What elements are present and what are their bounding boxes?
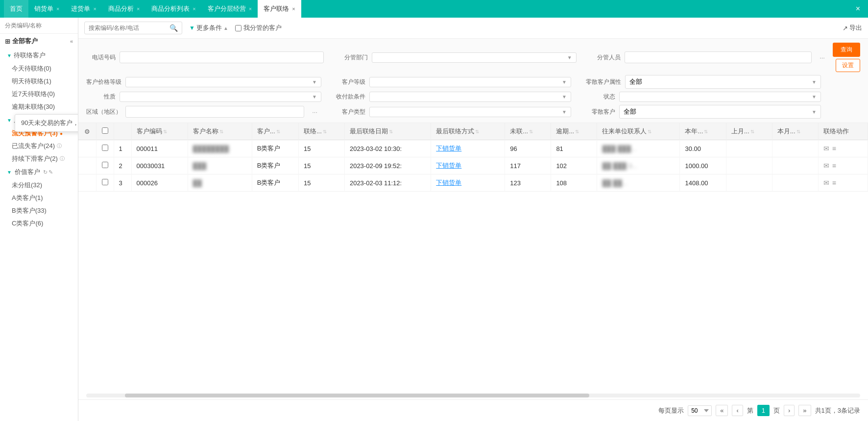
sidebar-item-unclassified[interactable]: 未分组(32)	[0, 179, 78, 192]
query-button[interactable]: 查询	[833, 43, 860, 57]
col-type[interactable]: 客户...⇅	[252, 123, 298, 140]
col-code[interactable]: 客户编码⇅	[131, 123, 188, 140]
more-actions-icon[interactable]: ≡	[832, 179, 836, 187]
col-unit-contact[interactable]: 往来单位联系人⇅	[597, 123, 680, 140]
my-customers-checkbox-label[interactable]: 我分管的客户	[235, 24, 282, 32]
col-name[interactable]: 客户名称⇅	[188, 123, 252, 140]
filter-region: 区域（地区） ···	[86, 106, 321, 118]
close-icon[interactable]: ×	[93, 6, 96, 12]
last-page-button[interactable]: »	[798, 405, 811, 416]
payment-select[interactable]: ▼	[369, 92, 571, 102]
col-overdue[interactable]: 逾期...⇅	[551, 123, 597, 140]
settings-button[interactable]: 设置	[836, 59, 860, 72]
nature-select[interactable]: ▼	[120, 92, 321, 102]
sidebar-group-pending[interactable]: ▼ 待联络客户	[0, 49, 78, 62]
scrollbar-thumb[interactable]	[125, 394, 589, 397]
sidebar-search-input[interactable]	[5, 22, 78, 29]
sidebar-item-lost[interactable]: 已流失客户(24) ⓘ	[0, 140, 78, 152]
current-page-button[interactable]: 1	[757, 405, 770, 416]
col-contact[interactable]: 联络...⇅	[298, 123, 344, 140]
region-input[interactable]	[125, 106, 304, 118]
sidebar-item-tomorrow[interactable]: 明天待联络(1)	[0, 75, 78, 88]
export-button[interactable]: ↗ 导出	[843, 24, 862, 32]
sort-icon: ⇅	[529, 129, 533, 134]
prev-page-button[interactable]: ‹	[732, 405, 743, 416]
sidebar-group-risk[interactable]: ▼ 风险客户 90天未交易的客户，可能有流失风险。	[0, 113, 78, 127]
customer-level-select[interactable]: ▼	[369, 77, 571, 87]
row-checkbox[interactable]	[96, 140, 114, 157]
main-search-input[interactable]	[89, 25, 169, 31]
price-level-select[interactable]: ▼	[125, 77, 321, 87]
row-uncontacted: 123	[505, 174, 551, 192]
row-this-month	[772, 140, 818, 157]
scattered-select[interactable]: 全部▼	[619, 105, 821, 119]
phone-input[interactable]	[120, 51, 324, 63]
row-checkbox[interactable]	[96, 174, 114, 192]
contact-icon[interactable]: ✉	[823, 162, 829, 170]
row-last-month	[726, 174, 772, 192]
edit-icon[interactable]: ✎	[48, 169, 53, 175]
tab-analysis[interactable]: 商品分析 ×	[102, 0, 145, 18]
col-last-contact-date[interactable]: 最后联络日期⇅	[344, 123, 431, 140]
filter-icon: ▼	[189, 25, 195, 31]
refresh-icon[interactable]: ↻	[43, 169, 48, 175]
search-icon[interactable]: 🔍	[169, 24, 178, 32]
dept-select[interactable]: ▼	[372, 52, 576, 63]
tab-purchase[interactable]: 进货单 ×	[65, 0, 102, 18]
sidebar-item-week[interactable]: 近7天待联络(0)	[0, 88, 78, 100]
person-input[interactable]	[625, 51, 812, 63]
tab-analysis-list[interactable]: 商品分析列表 ×	[145, 0, 201, 18]
more-dots-icon[interactable]: ···	[816, 54, 829, 61]
sort-icon: ⇅	[475, 129, 479, 134]
more-actions-icon[interactable]: ≡	[832, 162, 836, 170]
sidebar-group-value[interactable]: ▼ 价值客户 ↻ ✎	[0, 165, 78, 179]
close-icon[interactable]: ×	[249, 6, 252, 12]
sidebar-all-customers[interactable]: ⊞ 全部客户 «	[0, 34, 78, 49]
close-icon[interactable]: ×	[292, 6, 295, 12]
contact-icon[interactable]: ✉	[823, 179, 829, 187]
more-actions-icon[interactable]: ≡	[832, 145, 836, 152]
settings-icon[interactable]: ⚙	[84, 128, 90, 135]
col-this-year[interactable]: 本年...⇅	[680, 123, 726, 140]
tab-home[interactable]: 首页	[4, 0, 28, 18]
select-all-checkbox[interactable]	[102, 127, 108, 134]
sidebar-item-c-class[interactable]: C类客户(6)	[0, 217, 78, 230]
row-checkbox[interactable]	[96, 157, 114, 174]
sort-icon: ⇅	[163, 129, 167, 134]
col-last-month[interactable]: 上月...⇅	[726, 123, 772, 140]
scattered-attr-select[interactable]: 全部▼	[625, 75, 821, 89]
tab-customer-tier[interactable]: 客户分层经营 ×	[202, 0, 258, 18]
sidebar-item-overdue[interactable]: 逾期未联络(30)	[0, 100, 78, 113]
sidebar-item-declining[interactable]: 持续下滑客户(2) ⓘ	[0, 152, 78, 165]
sidebar-item-b-class[interactable]: B类客户(33)	[0, 204, 78, 217]
more-dots-icon[interactable]: ···	[308, 108, 321, 116]
customer-type-select[interactable]: ▼	[369, 107, 571, 117]
close-icon[interactable]: ×	[137, 6, 140, 12]
col-this-month[interactable]: 本月...⇅	[772, 123, 818, 140]
row-num: 3	[114, 174, 131, 192]
next-page-button[interactable]: ›	[784, 405, 795, 416]
row-last-contact-method[interactable]: 下销货单	[431, 174, 505, 192]
more-conditions-btn[interactable]: ▼ 更多条件 ▲	[186, 22, 231, 34]
col-last-contact-method[interactable]: 最后联络方式⇅	[431, 123, 505, 140]
row-num: 1	[114, 140, 131, 157]
horizontal-scrollbar[interactable]	[86, 394, 860, 397]
contact-icon[interactable]: ✉	[823, 145, 829, 152]
tab-customer-contact[interactable]: 客户联络 ×	[258, 0, 301, 18]
per-page-select[interactable]: 50 100 200	[688, 405, 712, 416]
sidebar-item-today[interactable]: 今天待联络(0)	[0, 62, 78, 75]
row-last-contact-method[interactable]: 下销货单	[431, 157, 505, 174]
filter-bar: 🔍 ▼ 更多条件 ▲ 我分管的客户 ↗ 导出	[78, 18, 868, 39]
pagination: 每页显示 50 100 200 « ‹ 第 1 页 › » 共1页，3条记录	[78, 399, 868, 421]
tab-sales[interactable]: 销货单 ×	[28, 0, 65, 18]
my-customers-checkbox[interactable]	[235, 25, 241, 31]
close-icon[interactable]: ×	[56, 6, 59, 12]
close-icon[interactable]: ×	[193, 6, 195, 12]
row-last-contact-method[interactable]: 下销货单	[431, 140, 505, 157]
sidebar-item-a-class[interactable]: A类客户(1)	[0, 192, 78, 204]
window-close-button[interactable]: ×	[852, 2, 864, 15]
col-uncontacted[interactable]: 未联...⇅	[505, 123, 551, 140]
col-settings[interactable]: ⚙	[78, 123, 96, 140]
status-select[interactable]: ▼	[619, 92, 821, 102]
first-page-button[interactable]: «	[716, 405, 728, 416]
